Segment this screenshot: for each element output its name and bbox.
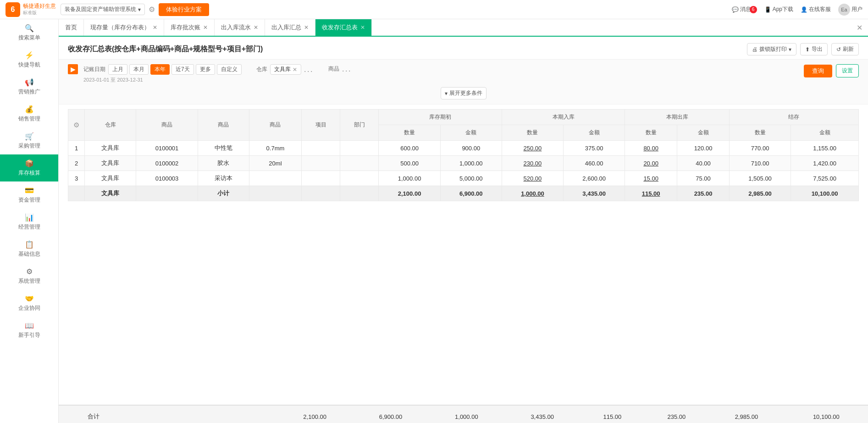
row-balance-qty: 1,505.00 <box>729 171 791 186</box>
expand-conditions-button[interactable]: ▾ 展开更多条件 <box>441 87 487 99</box>
brand-sub: 标准版 <box>23 10 56 16</box>
row-project <box>301 171 340 186</box>
page-actions: 🖨 拨锁版打印 ▾ ⬆ 导出 ↺ 刷新 <box>747 43 859 55</box>
settings-icon[interactable]: ⚙ <box>149 5 155 14</box>
tab-inventory-distribution[interactable]: 现存量（库存分布表） ✕ <box>84 19 164 36</box>
sidebar-item-label: 新手引导 <box>18 331 40 339</box>
date-btn-this-month[interactable]: 本月 <box>129 64 149 75</box>
table-settings-header[interactable]: ⚙ <box>68 110 85 141</box>
row-out-qty[interactable]: 80.00 <box>625 141 677 156</box>
date-btn-7days[interactable]: 近7天 <box>171 64 194 75</box>
row-name: 胶水 <box>198 156 249 171</box>
date-btn-custom[interactable]: 自定义 <box>217 64 242 75</box>
logo-icon: 6 <box>6 2 20 17</box>
filter-collapse-button[interactable]: ▶ <box>68 64 78 74</box>
footer-empty4 <box>185 410 222 423</box>
sidebar-item-purchase[interactable]: 🛒 采购管理 <box>0 127 58 154</box>
col-dept: 部门 <box>340 110 379 141</box>
system-select[interactable]: 装备及固定资产辅助管理系统 ▾ <box>61 4 145 15</box>
quicknav-icon: ⚡ <box>25 51 34 60</box>
row-spec: 0.7mm <box>249 141 302 156</box>
export-button[interactable]: ⬆ 导出 <box>800 43 828 55</box>
col-project: 项目 <box>301 110 340 141</box>
purchase-icon: 🛒 <box>25 132 34 141</box>
row-balance-amt: 7,525.00 <box>791 171 859 186</box>
print-button[interactable]: 🖨 拨锁版打印 ▾ <box>747 43 796 55</box>
row-dept <box>340 156 379 171</box>
row-num: 1 <box>68 141 85 156</box>
sidebar-item-system[interactable]: ⚙ 系统管理 <box>0 263 58 290</box>
col-in-amt: 金额 <box>564 125 625 141</box>
row-out-qty[interactable]: 15.00 <box>625 171 677 186</box>
row-opening-qty: 500.00 <box>379 156 440 171</box>
tab-close-icon[interactable]: ✕ <box>203 24 208 31</box>
sidebar-item-inventory[interactable]: 📦 库存核算 <box>0 154 58 181</box>
col-opening-amt: 金额 <box>440 125 502 141</box>
row-out-qty[interactable]: 20.00 <box>625 156 677 171</box>
sidebar-item-newbie[interactable]: 📖 新手引导 <box>0 317 58 344</box>
date-btn-prev-month[interactable]: 上月 <box>108 64 127 75</box>
sidebar-item-quicknav[interactable]: ⚡ 快捷导航 <box>0 46 58 73</box>
goods-more[interactable]: ... <box>342 64 352 74</box>
tab-close-icon[interactable]: ✕ <box>153 24 157 31</box>
row-project <box>301 186 340 201</box>
sidebar-item-label: 资金管理 <box>18 196 40 204</box>
user-section[interactable]: Ea 用户 <box>838 4 862 16</box>
row-project <box>301 156 340 171</box>
sidebar-item-marketing[interactable]: 📢 营销推广 <box>0 73 58 100</box>
row-spec <box>249 171 302 186</box>
row-in-qty[interactable]: 250.00 <box>502 141 563 156</box>
gear-icon[interactable]: ⚙ <box>73 121 79 129</box>
sidebar-item-finance[interactable]: 💳 资金管理 <box>0 181 58 209</box>
warehouse-remove-icon[interactable]: ✕ <box>293 66 297 73</box>
tab-flow[interactable]: 出入库流水 ✕ <box>215 19 265 36</box>
sidebar-item-search[interactable]: 🔍 搜索菜单 <box>0 19 58 46</box>
row-balance-amt: 10,100.00 <box>791 186 859 201</box>
date-btn-more[interactable]: 更多 <box>196 64 215 75</box>
message-link[interactable]: 💬 消息 6 <box>732 5 757 13</box>
tab-close-icon[interactable]: ✕ <box>360 24 365 31</box>
query-button[interactable]: 查询 <box>804 65 832 77</box>
footer-label: 合计 <box>75 410 112 423</box>
tab-home[interactable]: 首页 <box>59 19 84 36</box>
col-balance-amt: 金额 <box>791 125 859 141</box>
goods-filter: 商品 ... <box>328 64 352 74</box>
row-code: 0100002 <box>136 156 198 171</box>
tab-batch[interactable]: 库存批次账 ✕ <box>164 19 215 36</box>
sidebar-item-label: 库存核算 <box>18 169 40 177</box>
col-name: 商品 <box>198 110 249 141</box>
app-download-link[interactable]: 📱 App下载 <box>764 5 793 13</box>
refresh-button[interactable]: ↺ 刷新 <box>831 43 859 55</box>
logo-section: 6 畅捷通好生意 标准版 <box>6 2 56 17</box>
warehouse-more[interactable]: ... <box>304 65 314 74</box>
goods-label: 商品 <box>328 65 339 73</box>
sidebar-item-label: 系统管理 <box>18 277 40 285</box>
footer-empty3 <box>149 410 185 423</box>
tab-close-icon[interactable]: ✕ <box>254 24 258 31</box>
sidebar-item-basicinfo[interactable]: 📋 基础信息 <box>0 236 58 263</box>
sidebar-item-enterprise[interactable]: 🤝 企业协同 <box>0 290 58 317</box>
sidebar-item-sales[interactable]: 💰 销售管理 <box>0 100 58 127</box>
footer-empty6 <box>249 410 277 423</box>
row-in-amt: 375.00 <box>564 141 625 156</box>
sidebar-item-management[interactable]: 📊 经营管理 <box>0 209 58 236</box>
app-download-label: App下载 <box>773 5 793 13</box>
tab-receive-send[interactable]: 收发存汇总表 ✕ <box>315 19 372 36</box>
tab-close-icon[interactable]: ✕ <box>304 24 309 31</box>
row-num: 3 <box>68 171 85 186</box>
expand-label: 展开更多条件 <box>449 89 482 97</box>
row-in-qty[interactable]: 230.00 <box>502 156 563 171</box>
enterprise-icon: 🤝 <box>25 294 34 303</box>
col-out-group: 本期出库 <box>625 110 730 125</box>
online-service-link[interactable]: 👤 在线客服 <box>801 5 831 13</box>
row-in-qty[interactable]: 520.00 <box>502 171 563 186</box>
tab-inout-summary[interactable]: 出入库汇总 ✕ <box>265 19 315 36</box>
table-row: 2 文具库 0100002 胶水 20ml 500.00 1,000.00 23… <box>68 156 859 171</box>
tab-bar-close-button[interactable]: ✕ <box>851 23 868 32</box>
trial-button[interactable]: 体验行业方案 <box>159 3 209 16</box>
col-opening-qty: 数量 <box>379 125 440 141</box>
date-btn-this-year[interactable]: 本年 <box>150 64 170 75</box>
row-opening-amt: 5,000.00 <box>440 171 502 186</box>
setting-button[interactable]: 设置 <box>836 64 859 77</box>
footer-balance-qty: 2,985.00 <box>708 410 784 423</box>
